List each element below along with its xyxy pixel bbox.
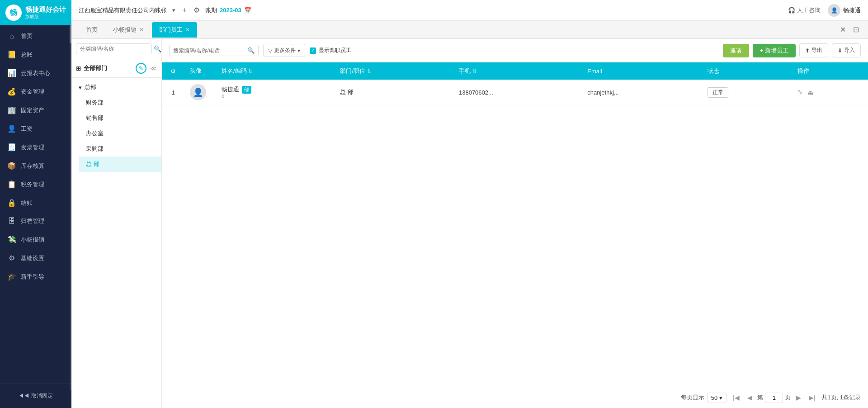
employee-email: chanjethkj... bbox=[587, 89, 618, 96]
dept-label-general: 总 部 bbox=[86, 160, 99, 168]
dept-item-purchasing[interactable]: 采购部 bbox=[79, 141, 161, 157]
toolbar-right: 邀请 + 新增员工 ⬆ 导出 ⬇ 导入 bbox=[723, 43, 861, 57]
more-filters-button[interactable]: ▽ 更多条件 ▾ bbox=[263, 44, 305, 57]
employee-toolbar: 🔍 ▽ 更多条件 ▾ ✓ 显示离职员工 邀请 + 新增员工 bbox=[162, 39, 868, 62]
page-first-button[interactable]: |◀ bbox=[730, 392, 742, 403]
sidebar-item-xiaochang[interactable]: 💸 小畅报销 bbox=[0, 230, 71, 249]
table-row: 1 👤 畅捷通 部 0 bbox=[162, 80, 868, 105]
headset-icon: 🎧 bbox=[788, 7, 795, 14]
sidebar-item-home[interactable]: ⌂ 首页 bbox=[0, 27, 71, 45]
dept-search-input[interactable] bbox=[76, 43, 152, 54]
salary-icon: 👤 bbox=[7, 124, 16, 133]
customer-service-button[interactable]: 🎧 人工咨询 bbox=[788, 6, 821, 14]
employee-search-wrap: 🔍 bbox=[169, 45, 259, 56]
sidebar-label-salary: 工资 bbox=[21, 125, 33, 133]
user-menu[interactable]: 👤 畅捷通 bbox=[828, 4, 861, 17]
sidebar-item-salary[interactable]: 👤 工资 bbox=[0, 119, 71, 138]
row-avatar-cell: 👤 bbox=[184, 80, 216, 105]
tab-bar: 首页 小畅报销 ✕ 部门员工 ✕ ✕ ⊡ bbox=[71, 21, 868, 39]
tab-xiaochang[interactable]: 小畅报销 ✕ bbox=[106, 22, 151, 38]
username-label: 畅捷通 bbox=[843, 6, 861, 14]
dept-search-area: 🔍 bbox=[71, 39, 161, 59]
tab-xiaochang-close[interactable]: ✕ bbox=[139, 27, 144, 33]
tax-icon: 📋 bbox=[7, 180, 16, 189]
show-resigned-toggle[interactable]: ✓ 显示离职员工 bbox=[310, 47, 351, 54]
scrollbar-thumb[interactable] bbox=[70, 25, 71, 43]
row-actions-cell: ✎ ⏏ bbox=[792, 80, 868, 105]
sidebar-item-ledger[interactable]: 📒 总账 bbox=[0, 45, 71, 64]
dept-item-root[interactable]: ▾ 总部 bbox=[71, 80, 161, 95]
th-settings[interactable]: ⚙ bbox=[162, 62, 184, 80]
dept-collapse-button[interactable]: ≪ bbox=[150, 65, 157, 72]
th-dept[interactable]: 部门/职位 ⇅ bbox=[335, 62, 453, 80]
resigned-checkbox[interactable]: ✓ bbox=[310, 47, 316, 54]
employee-search-input[interactable] bbox=[173, 47, 245, 54]
header-settings-icon[interactable]: ⚙ bbox=[193, 6, 200, 14]
export-button[interactable]: ⬆ 导出 bbox=[799, 43, 828, 57]
employee-search-icon[interactable]: 🔍 bbox=[247, 47, 255, 54]
page-prev-button[interactable]: ◀ bbox=[744, 392, 755, 403]
th-phone[interactable]: 手机 ⇅ bbox=[453, 62, 582, 80]
tab-home[interactable]: 首页 bbox=[79, 22, 105, 38]
sidebar-label-home: 首页 bbox=[21, 32, 33, 40]
dept-item-finance[interactable]: 财务部 bbox=[79, 95, 161, 110]
th-avatar: 头像 bbox=[184, 62, 216, 80]
invite-button[interactable]: 邀请 bbox=[723, 44, 749, 57]
sidebar-item-archive[interactable]: 🗄 归档管理 bbox=[0, 212, 71, 230]
th-email: Email bbox=[582, 62, 702, 80]
export-label: 导出 bbox=[811, 47, 822, 54]
dept-item-office[interactable]: 办公室 bbox=[79, 126, 161, 141]
sidebar-item-inventory[interactable]: 📦 库存核算 bbox=[0, 157, 71, 175]
closing-icon: 🔒 bbox=[7, 199, 16, 207]
cancel-fixed-button[interactable]: ◀◀ 取消固定 bbox=[0, 389, 71, 403]
page-number-input[interactable] bbox=[765, 393, 783, 403]
sidebar-label-tax: 税务管理 bbox=[21, 180, 44, 189]
page-size-wrap: 每页显示 50 ▾ bbox=[681, 393, 726, 403]
avatar: 👤 bbox=[828, 4, 840, 17]
accounting-period: 账期 2023-03 📅 bbox=[205, 6, 251, 14]
employee-table-wrap: ⚙ 头像 姓名/编码 ⇅ 部门/职位 ⇅ 手机 bbox=[162, 62, 868, 387]
settings-icon: ⚙ bbox=[7, 254, 16, 262]
sidebar-item-guide[interactable]: 🎓 新手引导 bbox=[0, 267, 71, 286]
add-employee-button[interactable]: + 新增员工 bbox=[753, 44, 796, 57]
tab-dept-close[interactable]: ✕ bbox=[185, 27, 190, 33]
dept-item-general[interactable]: 总 部 bbox=[79, 157, 161, 172]
edit-icon[interactable]: ✎ bbox=[797, 89, 803, 96]
logo-text-wrap: 畅捷通好会计 旗舰版 bbox=[25, 5, 66, 20]
company-dropdown-icon[interactable]: ▾ bbox=[172, 7, 175, 14]
grid-icon: ⊞ bbox=[76, 65, 81, 72]
dept-item-sales[interactable]: 销售部 bbox=[79, 110, 161, 126]
import-icon: ⬇ bbox=[838, 47, 842, 54]
sidebar-label-ledger: 总账 bbox=[21, 51, 33, 59]
calendar-icon[interactable]: 📅 bbox=[244, 7, 251, 14]
sidebar-item-reports[interactable]: 📊 云报表中心 bbox=[0, 64, 71, 82]
import-button[interactable]: ⬇ 导入 bbox=[832, 43, 861, 57]
sidebar-label-funds: 资金管理 bbox=[21, 88, 44, 96]
page-next-button[interactable]: ▶ bbox=[793, 392, 804, 403]
sidebar-item-tax[interactable]: 📋 税务管理 bbox=[0, 175, 71, 194]
employee-name: 畅捷通 bbox=[222, 85, 239, 94]
sidebar-item-assets[interactable]: 🏢 固定资产 bbox=[0, 101, 71, 119]
logout-icon[interactable]: ⏏ bbox=[807, 89, 813, 96]
sidebar-item-funds[interactable]: 💰 资金管理 bbox=[0, 82, 71, 101]
sidebar-nav: ⌂ 首页 📒 总账 📊 云报表中心 💰 资金管理 🏢 固定资产 👤 工资 🧾 发… bbox=[0, 25, 71, 384]
tab-close-window-button[interactable]: ✕ bbox=[838, 24, 848, 36]
add-company-button[interactable]: ＋ bbox=[181, 5, 188, 15]
dept-search-icon[interactable]: 🔍 bbox=[154, 45, 161, 52]
tab-dept-label: 部门员工 bbox=[159, 26, 183, 34]
tab-dept[interactable]: 部门员工 ✕ bbox=[152, 22, 197, 38]
sidebar-item-settings[interactable]: ⚙ 基础设置 bbox=[0, 249, 71, 267]
tab-expand-button[interactable]: ⊡ bbox=[851, 24, 861, 36]
per-page-select[interactable]: 50 ▾ bbox=[707, 393, 726, 403]
department-panel: 🔍 ⊞ 全部部门 ✎ ≪ ▾ 总部 财务部 bbox=[71, 39, 162, 408]
page-input-wrap: 第 页 bbox=[757, 393, 791, 403]
page-last-button[interactable]: ▶| bbox=[806, 392, 818, 403]
per-page-value: 50 bbox=[711, 394, 717, 401]
th-name[interactable]: 姓名/编码 ⇅ bbox=[216, 62, 335, 80]
phone-sort-icon: ⇅ bbox=[472, 68, 476, 74]
dept-edit-button[interactable]: ✎ bbox=[136, 63, 146, 74]
all-departments[interactable]: ⊞ 全部部门 bbox=[76, 64, 107, 72]
th-actions: 操作 bbox=[792, 62, 868, 80]
sidebar-item-invoice[interactable]: 🧾 发票管理 bbox=[0, 138, 71, 157]
sidebar-item-closing[interactable]: 🔒 结账 bbox=[0, 194, 71, 212]
